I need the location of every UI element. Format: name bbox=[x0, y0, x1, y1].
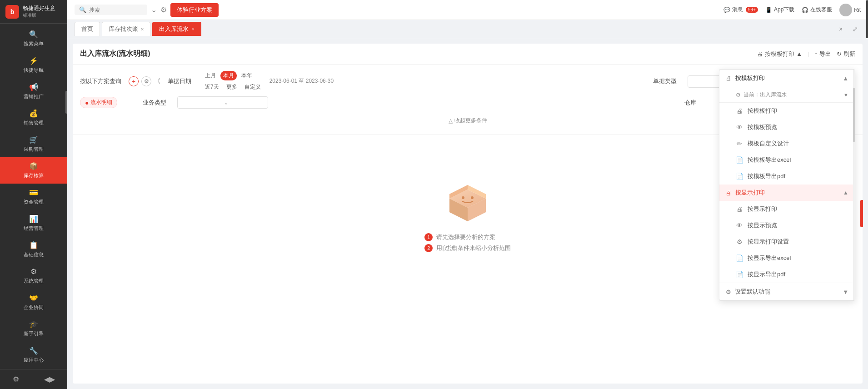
refresh-btn[interactable]: ↻ 刷新 bbox=[837, 50, 855, 58]
date-option-thismonth[interactable]: 本月 bbox=[220, 71, 237, 80]
page-title: 出入库流水(流水明细) bbox=[80, 49, 150, 59]
window-close-btn[interactable]: × bbox=[835, 24, 846, 35]
tab-inventory-batch[interactable]: 库存批次账 × bbox=[102, 22, 150, 36]
dropdown-current-icon: ⚙ bbox=[736, 92, 741, 98]
date-option-more[interactable]: 更多 bbox=[224, 82, 240, 92]
sidebar-item-inventory[interactable]: 📦 库存核算 bbox=[0, 157, 67, 184]
filter-label: 按以下方案查询 bbox=[80, 77, 121, 85]
sidebar-item-enterprise[interactable]: 🤝 企业协同 bbox=[0, 289, 67, 315]
dropdown-item-template-design[interactable]: ✏ 模板自定义设计 bbox=[719, 135, 855, 152]
sidebar-item-appcenter[interactable]: 🔧 应用中心 bbox=[0, 342, 67, 368]
dropdown-item-display-excel[interactable]: 📄 按显示导出excel bbox=[719, 250, 855, 266]
search-icon: 🔍 bbox=[29, 30, 38, 39]
filter-add-btn[interactable]: + bbox=[129, 76, 139, 86]
message-btn[interactable]: 💬 消息 99+ bbox=[723, 6, 758, 14]
voucher-type-label: 单据类型 bbox=[653, 77, 685, 85]
template-preview-icon: 👁 bbox=[736, 124, 743, 131]
date-option-custom[interactable]: 自定义 bbox=[242, 82, 264, 92]
dropdown-item-template-print[interactable]: 🖨 按模板打印 bbox=[719, 103, 855, 119]
tab-flow-close[interactable]: × bbox=[191, 26, 194, 32]
tab-home[interactable]: 首页 bbox=[75, 22, 100, 36]
step2-label: 用[过滤]条件来缩小分析范围 bbox=[436, 244, 510, 252]
business-type-select[interactable]: ⌄ bbox=[177, 96, 268, 109]
dropdown-main-header[interactable]: 🖨 按模板打印 ▲ bbox=[719, 70, 855, 87]
flow-type-chip[interactable]: ● 流水明细 bbox=[80, 97, 117, 108]
tab-inventory-batch-label: 库存批次账 bbox=[109, 25, 138, 33]
system-icon: ⚙ bbox=[30, 267, 37, 276]
date-filter-section: 单据日期 上月 本月 本年 近7天 更多 自定义 2023-06-01 至 20… bbox=[168, 71, 387, 92]
search-box[interactable]: 🔍 bbox=[75, 5, 147, 15]
sidebar-item-management[interactable]: 📊 经营管理 bbox=[0, 210, 67, 236]
tab-home-label: 首页 bbox=[81, 25, 93, 33]
sidebar-item-finance[interactable]: 💳 资金管理 bbox=[0, 184, 67, 210]
tabbar: 首页 库存批次账 × 出入库流水 × × ⤢ bbox=[67, 20, 868, 38]
page-header-actions: 🖨 按模板打印 ▲ | ↑ 导出 ↻ 刷新 bbox=[757, 50, 855, 58]
user-name: Rit bbox=[854, 7, 861, 13]
display-excel-label: 按显示导出excel bbox=[748, 254, 791, 262]
sidebar-item-system[interactable]: ⚙ 系统管理 bbox=[0, 263, 67, 289]
print-btn[interactable]: 🖨 按模板打印 ▲ bbox=[757, 50, 802, 58]
sidebar-item-basics[interactable]: 📋 基础信息 bbox=[0, 236, 67, 263]
dropdown-footer[interactable]: ⚙ 设置默认功能 ▼ bbox=[719, 283, 855, 300]
sidebar-item-marketing[interactable]: 📢 营销推广 bbox=[0, 78, 67, 105]
dropdown-current-row[interactable]: ⚙ 当前：出入库流水 ▼ bbox=[719, 87, 855, 103]
sidebar-item-search[interactable]: 🔍 搜索菜单 bbox=[0, 25, 67, 52]
date-option-lastmonth[interactable]: 上月 bbox=[202, 71, 219, 80]
sidebar-collapse-icon[interactable]: ◀▶ bbox=[44, 375, 55, 384]
date-filter: 上月 本月 本年 近7天 更多 自定义 bbox=[202, 71, 265, 92]
sidebar-item-wechat[interactable]: 💬 企业微信 bbox=[0, 368, 67, 369]
sales-icon: 💰 bbox=[29, 109, 38, 118]
settings-icon[interactable]: ⌄ bbox=[151, 5, 157, 14]
company-name: 畅捷通好生意 bbox=[23, 5, 55, 12]
inventory-icon: 📦 bbox=[29, 162, 38, 170]
sidebar-item-label: 销售管理 bbox=[24, 120, 44, 126]
sidebar-item-label: 搜索菜单 bbox=[24, 40, 44, 47]
dropdown-item-template-pdf[interactable]: 📄 按模板导出pdf bbox=[719, 168, 855, 185]
template-pdf-label: 按模板导出pdf bbox=[748, 172, 785, 180]
appcenter-icon: 🔧 bbox=[29, 346, 38, 355]
collapse-btn[interactable]: △ 收起更多条件 bbox=[449, 117, 487, 125]
sidebar-item-quicknav[interactable]: ⚡ 快捷导航 bbox=[0, 52, 67, 78]
sidebar-item-purchase[interactable]: 🛒 采购管理 bbox=[0, 131, 67, 157]
app-download-btn[interactable]: 📱 App下载 bbox=[765, 6, 794, 14]
sidebar-item-newguide[interactable]: 🎓 新手引导 bbox=[0, 315, 67, 342]
date-label: 单据日期 bbox=[168, 77, 200, 85]
dropdown-current-arrow: ▼ bbox=[843, 92, 848, 98]
sidebar-settings-icon[interactable]: ⚙ bbox=[13, 375, 19, 384]
refresh-label: 刷新 bbox=[843, 50, 855, 58]
display-section-arrow: ▲ bbox=[843, 190, 848, 196]
sidebar-item-label: 新手引导 bbox=[24, 330, 44, 337]
dropdown-item-template-excel[interactable]: 📄 按模板导出excel bbox=[719, 152, 855, 168]
window-maximize-btn[interactable]: ⤢ bbox=[850, 24, 861, 35]
user-avatar-area[interactable]: Rit bbox=[839, 4, 861, 16]
right-edge-tab[interactable] bbox=[860, 200, 863, 227]
dropdown-item-template-preview[interactable]: 👁 按模板预览 bbox=[719, 119, 855, 135]
export-btn[interactable]: ↑ 导出 bbox=[815, 50, 832, 58]
topbar-gear-icon[interactable]: ⚙ bbox=[160, 5, 167, 14]
dropdown-item-display-settings[interactable]: ⚙ 按显示打印设置 bbox=[719, 234, 855, 250]
sidebar-item-label: 经营管理 bbox=[24, 225, 44, 232]
date-range: 2023-06-01 至 2023-06-30 bbox=[269, 78, 334, 84]
sidebar-item-label: 采购管理 bbox=[24, 146, 44, 153]
date-option-thisyear[interactable]: 本年 bbox=[239, 71, 255, 80]
tab-flow[interactable]: 出入库流水 × bbox=[152, 22, 201, 36]
sidebar-item-sales[interactable]: 💰 销售管理 bbox=[0, 105, 67, 131]
page-inner: 出入库流水(流水明细) 🖨 按模板打印 ▲ | ↑ 导出 bbox=[73, 44, 863, 384]
filter-settings-btn[interactable]: ⚙ bbox=[141, 76, 151, 86]
display-section-label: 按显示打印 bbox=[735, 189, 765, 197]
dropdown-display-header[interactable]: 🖨 按显示打印 ▲ bbox=[719, 185, 855, 201]
filter-expand-btn[interactable]: 《 bbox=[154, 77, 160, 85]
dropdown-item-display-preview[interactable]: 👁 按显示预览 bbox=[719, 217, 855, 234]
sidebar-footer: ⚙ ◀▶ bbox=[0, 369, 67, 389]
user-avatar bbox=[839, 4, 852, 16]
service-btn[interactable]: 🎧 在线客服 bbox=[802, 6, 832, 14]
dropdown-item-display-print[interactable]: 🖨 按显示打印 bbox=[719, 201, 855, 217]
tab-inventory-batch-close[interactable]: × bbox=[141, 26, 144, 32]
dropdown-item-display-pdf[interactable]: 📄 按显示导出pdf bbox=[719, 266, 855, 283]
search-input[interactable] bbox=[89, 7, 135, 13]
date-option-7days[interactable]: 近7天 bbox=[202, 82, 222, 92]
dropdown-scrollbar-track bbox=[853, 70, 855, 300]
industry-btn[interactable]: 体验行业方案 bbox=[170, 3, 219, 17]
sidebar-navigation: 🔍 搜索菜单 ⚡ 快捷导航 📢 营销推广 💰 销售管理 🛒 采购管理 📦 bbox=[0, 24, 67, 369]
purchase-icon: 🛒 bbox=[29, 135, 38, 144]
